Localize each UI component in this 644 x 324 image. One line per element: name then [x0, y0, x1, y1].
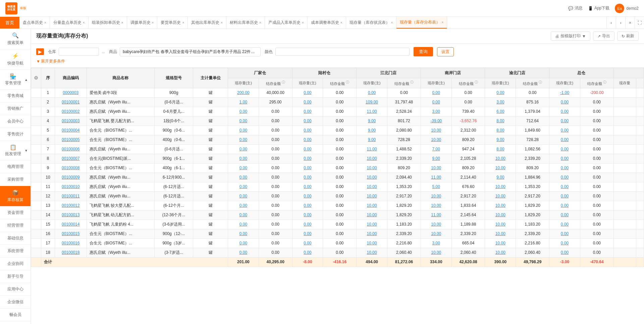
row-lu-qty[interactable]: 0.00 [292, 88, 323, 97]
row-jb-qty[interactable]: 10.00 [357, 191, 387, 201]
row-factory-qty[interactable]: 1.00 [228, 97, 259, 107]
row-jb-qty[interactable]: 10.00 [357, 220, 387, 229]
row-yb-qty[interactable]: 0.00 [485, 88, 516, 97]
row-factory-qty[interactable]: 0.00 [228, 229, 259, 238]
row-na-qty[interactable]: 10.00 [421, 135, 451, 144]
row-factory-qty[interactable]: 0.00 [228, 248, 259, 257]
row-lu-qty[interactable]: 0.00 [292, 173, 323, 182]
row-factory-qty[interactable]: 0.00 [228, 191, 259, 201]
row-code[interactable]: 00100009 [55, 173, 87, 182]
close-icon-7[interactable]: × [302, 21, 304, 25]
row-lu-qty[interactable]: 0.00 [292, 201, 323, 210]
row-yb-qty[interactable]: 10.00 [485, 191, 516, 201]
row-total-qty[interactable]: 0.00 [549, 154, 580, 163]
warehouse-input[interactable] [59, 48, 99, 56]
sidebar-item-guide[interactable]: 新手引导 [0, 270, 31, 283]
row-jb-qty[interactable]: 10.00 [357, 163, 387, 173]
sidebar-item-marketing[interactable]: 营销推广 [0, 102, 31, 115]
row-code[interactable]: 00100006 [55, 144, 87, 154]
row-na-qty[interactable]: 3.00 [421, 238, 451, 248]
sidebar-item-wholesale[interactable]: 📋 批发管理 ▼ [0, 141, 31, 160]
row-factory-qty[interactable]: 0.00 [228, 116, 259, 126]
row-factory-qty[interactable]: 0.00 [228, 220, 259, 229]
row-factory-qty[interactable]: 200.00 [228, 88, 259, 97]
row-lu-qty[interactable]: 0.00 [292, 154, 323, 163]
row-total-qty[interactable]: 0.00 [549, 144, 580, 154]
tab-6[interactable]: 材料出库单历史 × [226, 17, 265, 29]
sidebar-item-inventory[interactable]: 📦 库存核算 [0, 186, 31, 206]
row-total-qty[interactable]: 0.00 [549, 210, 580, 220]
row-yb-qty[interactable]: 10.00 [485, 182, 516, 191]
row-jb-qty[interactable]: 9.00 [357, 116, 387, 126]
row-total-qty[interactable]: 0.00 [549, 201, 580, 210]
row-yb-qty[interactable]: 8.00 [485, 144, 516, 154]
row-total-qty[interactable]: 0.00 [549, 135, 580, 144]
row-na-qty[interactable]: -39.00 [421, 116, 451, 126]
row-na-qty[interactable]: 10.00 [421, 201, 451, 210]
row-na-qty[interactable]: 9.00 [421, 154, 451, 163]
row-code[interactable]: 00100003 [55, 116, 87, 126]
row-jb-qty[interactable]: 11.00 [357, 144, 387, 154]
row-lu-qty[interactable]: 0.00 [292, 220, 323, 229]
row-yb-qty[interactable]: 6.00 [485, 107, 516, 116]
row-total-qty[interactable]: 0.00 [549, 229, 580, 238]
sidebar-item-finance[interactable]: 资金管理 [0, 206, 31, 219]
row-lu-qty[interactable]: 0.00 [292, 163, 323, 173]
row-na-qty[interactable]: 10.00 [421, 126, 451, 135]
row-lu-qty[interactable]: 0.00 [292, 191, 323, 201]
sidebar-item-member-vip[interactable]: 畅会员 [0, 309, 31, 321]
row-code[interactable]: 00100010 [55, 182, 87, 191]
close-icon-2[interactable]: × [121, 21, 123, 25]
row-na-qty[interactable]: 7.00 [421, 144, 451, 154]
tab-4[interactable]: 要货单历史 × [157, 17, 188, 29]
sidebar-item-nav[interactable]: ⚡ 快捷导航 [0, 49, 31, 70]
row-jb-qty[interactable]: 10.00 [357, 173, 387, 182]
row-factory-qty[interactable]: 0.00 [228, 126, 259, 135]
row-jb-qty[interactable]: 9.00 [357, 126, 387, 135]
row-code[interactable]: 00100018 [55, 248, 87, 257]
row-yb-qty[interactable]: 10.00 [485, 163, 516, 173]
sidebar-item-basic-info[interactable]: 基础信息 [0, 232, 31, 245]
row-na-qty[interactable]: 10.00 [421, 220, 451, 229]
settings-icon[interactable]: ⚙ [34, 75, 38, 81]
row-total-qty[interactable]: 0.00 [549, 182, 580, 191]
sidebar-item-member[interactable]: 会员中心 [0, 115, 31, 128]
row-factory-qty[interactable]: 0.00 [228, 210, 259, 220]
sidebar-item-purchase[interactable]: 采购管理 [0, 173, 31, 186]
query-btn[interactable]: 查询 [414, 47, 433, 56]
app-download-btn[interactable]: 📱 App下载 [588, 5, 609, 11]
row-lu-qty[interactable]: 0.00 [292, 248, 323, 257]
row-code[interactable]: 00100015 [55, 229, 87, 238]
row-yb-qty[interactable]: 10.00 [485, 154, 516, 163]
row-factory-qty[interactable]: 0.00 [228, 201, 259, 210]
tab-0[interactable]: 盘点单历史 × [19, 17, 50, 29]
row-factory-qty[interactable]: 0.00 [228, 107, 259, 116]
row-na-qty[interactable]: 11.00 [421, 210, 451, 220]
tab-home[interactable]: 首页 [0, 17, 19, 29]
row-jb-qty[interactable]: 10.00 [357, 154, 387, 163]
tab-5[interactable]: 其他出库单历史 × [188, 17, 226, 29]
close-icon-1[interactable]: × [83, 21, 85, 25]
row-jb-qty[interactable]: 10.00 [357, 182, 387, 191]
sidebar-item-search[interactable]: 🔍 搜索英单 [0, 29, 31, 49]
row-lu-qty[interactable]: 0.00 [292, 144, 323, 154]
collapse-btn[interactable]: ▶ [36, 48, 44, 55]
row-na-qty[interactable]: 0.00 [421, 88, 451, 97]
tab-3[interactable]: 调拨单历史 × [127, 17, 158, 29]
row-jb-qty[interactable]: 11.00 [357, 107, 387, 116]
close-icon-5[interactable]: × [221, 21, 223, 25]
row-factory-qty[interactable]: 0.00 [228, 144, 259, 154]
row-jb-qty[interactable]: 109.00 [357, 97, 387, 107]
row-jb-qty[interactable]: 10.00 [357, 201, 387, 210]
row-lu-qty[interactable]: 0.00 [292, 238, 323, 248]
row-yb-qty[interactable]: 10.00 [485, 238, 516, 248]
row-yb-qty[interactable]: 9.00 [485, 135, 516, 144]
row-lu-qty[interactable]: 0.00 [292, 107, 323, 116]
row-na-qty[interactable]: 11.00 [421, 173, 451, 182]
close-icon-9[interactable]: × [391, 21, 393, 25]
row-code[interactable]: 00100007 [55, 154, 87, 163]
row-total-qty[interactable]: 0.00 [549, 126, 580, 135]
print-btn[interactable]: 🖨 按模版打印 ▼ [551, 32, 590, 41]
row-na-qty[interactable]: 3.00 [421, 107, 451, 116]
row-yb-qty[interactable]: 8.00 [485, 116, 516, 126]
